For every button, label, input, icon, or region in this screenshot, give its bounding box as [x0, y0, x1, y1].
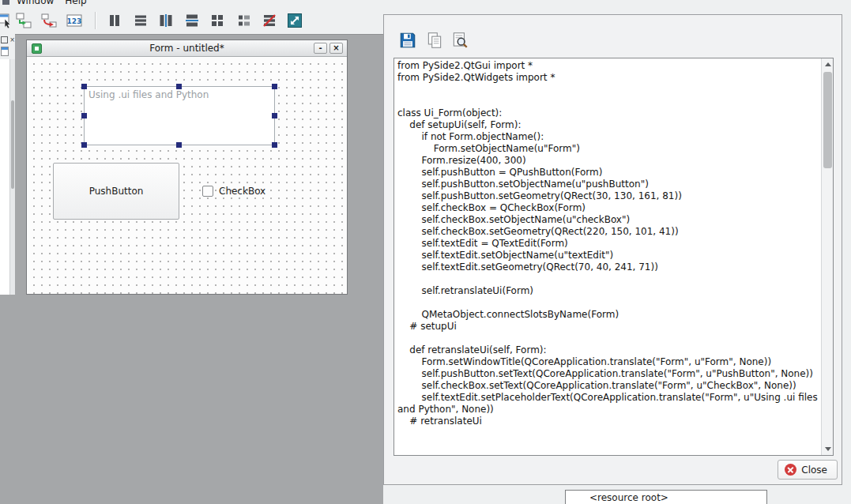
edit-buddies-icon[interactable] [40, 11, 58, 30]
selection-handle[interactable] [272, 142, 277, 148]
svg-text:123: 123 [67, 17, 82, 25]
edit-signals-slots-icon[interactable] [14, 11, 33, 30]
menu-icon [2, 0, 9, 5]
selection-handle[interactable] [272, 84, 277, 89]
form-titlebar[interactable]: Form - untitled* - × [27, 40, 347, 57]
menu-item-help[interactable]: Help [59, 0, 92, 7]
selection-handle[interactable] [81, 113, 87, 118]
widget-box-dock: × [0, 34, 15, 295]
break-layout-icon[interactable] [260, 11, 279, 30]
copy-icon[interactable] [425, 31, 444, 50]
close-x-icon [785, 464, 796, 476]
toolbar-separator [95, 12, 96, 29]
qt-designer-window: { "menubar": { "items": ["Window", "Help… [0, 0, 851, 504]
lay-out-vertically-icon[interactable] [131, 11, 150, 30]
dock-close-icon[interactable]: × [9, 36, 16, 43]
resource-browser: <resource root> [565, 490, 767, 504]
widget-box-scrollbar[interactable] [10, 59, 15, 295]
form-window: Form - untitled* - × Using .ui files and… [26, 39, 348, 295]
widget-box-list[interactable] [0, 59, 10, 295]
lay-out-vertically-in-splitter-icon[interactable] [183, 11, 201, 30]
close-button-label: Close [801, 465, 827, 476]
code-view[interactable]: from PySide2.QtGui import * from PySide2… [393, 58, 834, 456]
textedit-placeholder: Using .ui files and Python [85, 87, 274, 103]
checkbox-widget[interactable]: CheckBox [202, 185, 265, 197]
dock-float-icon[interactable] [1, 36, 8, 43]
form-close-button[interactable]: × [329, 43, 343, 54]
code-dialog: from PySide2.QtGui import * from PySide2… [383, 14, 842, 485]
widget-box-item-icon [1, 47, 9, 56]
lay-out-in-grid-icon[interactable] [208, 11, 227, 30]
scroll-thumb[interactable] [823, 72, 832, 168]
code-vertical-scrollbar[interactable] [821, 58, 833, 455]
code-text: from PySide2.QtGui import * from PySide2… [394, 58, 820, 455]
widget-box-scroll-thumb[interactable] [11, 100, 14, 189]
selection-handle[interactable] [81, 142, 87, 148]
selection-handle[interactable] [176, 84, 182, 89]
edit-widgets-icon[interactable] [0, 11, 15, 30]
checkbox-label: CheckBox [219, 186, 265, 197]
form-title: Form - untitled* [27, 40, 347, 57]
adjust-size-icon[interactable] [285, 11, 304, 30]
pushbutton-label: PushButton [89, 186, 144, 197]
dialog-close-button[interactable]: Close [778, 460, 838, 480]
lay-out-horizontally-in-splitter-icon[interactable] [156, 11, 175, 30]
menubar: WindowHelp [0, 0, 851, 7]
resource-root-item[interactable]: <resource root> [566, 491, 766, 503]
selection-handle[interactable] [272, 113, 277, 118]
scroll-up-icon[interactable] [822, 58, 834, 70]
checkbox-box [202, 186, 213, 197]
form-canvas[interactable]: Using .ui files and Python PushButton Ch… [27, 57, 347, 294]
selection-handle[interactable] [176, 142, 182, 148]
find-icon[interactable] [450, 31, 469, 50]
menu-item-window[interactable]: Window [11, 0, 59, 7]
save-icon[interactable] [398, 31, 417, 50]
pushbutton-widget[interactable]: PushButton [53, 163, 179, 220]
lay-out-horizontally-icon[interactable] [105, 11, 124, 30]
scroll-down-icon[interactable] [822, 443, 834, 455]
lay-out-in-form-layout-icon[interactable] [235, 11, 254, 30]
form-minimize-button[interactable]: - [314, 43, 327, 54]
edit-tab-order-icon[interactable]: 123 [65, 11, 84, 30]
selection-handle[interactable] [81, 84, 87, 89]
textedit-widget[interactable]: Using .ui files and Python [84, 86, 275, 145]
